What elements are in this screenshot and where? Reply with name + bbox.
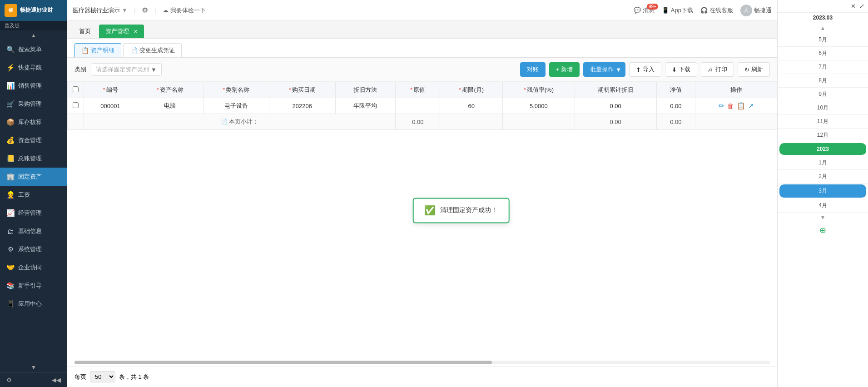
tab-close-icon[interactable]: ✕ bbox=[134, 29, 138, 34]
close-panel-icon[interactable]: ✕ bbox=[851, 3, 856, 10]
month-item-12[interactable]: 12月 bbox=[778, 129, 868, 142]
sidebar-item-salary[interactable]: 👷 工资 bbox=[0, 186, 67, 204]
sidebar-header: 畅 畅捷通好业财 bbox=[0, 0, 67, 21]
month-item-5[interactable]: 5月 bbox=[778, 33, 868, 47]
app-download-label: App下载 bbox=[671, 6, 693, 15]
row-residual-rate: 5.0000 bbox=[503, 98, 575, 114]
subtotal-label: 📄 本页小计： bbox=[84, 114, 396, 130]
total-label: 条，共 1 条 bbox=[119, 373, 149, 381]
sidebar-item-label: 搜索菜单 bbox=[18, 45, 42, 54]
per-page-select[interactable]: 50 100 bbox=[90, 371, 115, 382]
topbar-divider2: | bbox=[154, 7, 156, 14]
row-category: 电子设备 bbox=[203, 98, 269, 114]
sidebar-item-purchase[interactable]: 🛒 采购管理 bbox=[0, 95, 67, 113]
sidebar-item-label: 库存核算 bbox=[18, 118, 42, 126]
batch-ops-arrow-icon: ▼ bbox=[615, 66, 621, 73]
year-label: 2023.03 bbox=[778, 13, 868, 23]
download-label: 下载 bbox=[679, 65, 690, 74]
month-item-1[interactable]: 1月 bbox=[778, 156, 868, 170]
sidebar-item-app-center[interactable]: 📱 应用中心 bbox=[0, 295, 67, 313]
tab-asset-management[interactable]: 资产管理 ✕ bbox=[99, 25, 144, 38]
batch-ops-btn[interactable]: 批量操作 ▼ bbox=[583, 62, 625, 77]
reconcile-btn[interactable]: 对账 bbox=[520, 62, 546, 77]
select-all-header[interactable] bbox=[68, 82, 84, 98]
panel-expand-icon[interactable]: ⊕ bbox=[819, 225, 826, 235]
row-checkbox[interactable] bbox=[73, 102, 79, 108]
settings-gear-icon[interactable]: ⚙ bbox=[6, 377, 12, 383]
sidebar-item-operations[interactable]: 📈 经营管理 bbox=[0, 204, 67, 222]
month-item-11[interactable]: 11月 bbox=[778, 115, 868, 129]
month-item-3-active[interactable]: 3月 bbox=[779, 184, 866, 198]
delete-btn[interactable]: 🗑 bbox=[727, 102, 734, 110]
subtotal-empty1 bbox=[68, 114, 84, 130]
app-logo: 畅 bbox=[5, 4, 17, 17]
refresh-btn[interactable]: ↻ 刷新 bbox=[738, 62, 770, 77]
sidebar-item-guide[interactable]: 📚 新手引导 bbox=[0, 277, 67, 295]
download-btn[interactable]: ⬇ 下载 bbox=[665, 62, 697, 77]
sidebar-item-search[interactable]: 🔍 搜索菜单 bbox=[0, 40, 67, 59]
print-btn[interactable]: 🖨 打印 bbox=[701, 62, 734, 77]
sidebar-item-enterprise[interactable]: 🤝 企业协同 bbox=[0, 258, 67, 277]
year-marker-2023[interactable]: 2023 bbox=[779, 143, 866, 155]
sidebar-item-label: 应用中心 bbox=[18, 300, 42, 308]
sidebar-item-label: 快捷导航 bbox=[18, 64, 42, 72]
row-checkbox-cell[interactable] bbox=[68, 98, 84, 114]
col-operations: 操作 bbox=[695, 82, 777, 98]
expand-panel-icon[interactable]: ⤢ bbox=[859, 3, 864, 10]
experience-label: 我要体验一下 bbox=[170, 6, 206, 15]
scroll-up-btn[interactable]: ▲ bbox=[0, 30, 67, 40]
company-selector[interactable]: 医疗器械行业演示 ▼ bbox=[73, 6, 128, 15]
app-center-icon: 📱 bbox=[6, 300, 15, 308]
edit-btn[interactable]: ✏ bbox=[719, 102, 724, 110]
month-item-10[interactable]: 10月 bbox=[778, 101, 868, 115]
month-item-7[interactable]: 7月 bbox=[778, 60, 868, 74]
subtotal-net: 0.00 bbox=[656, 114, 695, 130]
app-title: 畅捷通好业财 bbox=[20, 7, 53, 14]
col-category: *类别名称 bbox=[203, 82, 269, 98]
panel-down-arrow[interactable]: ▼ bbox=[778, 213, 868, 223]
row-ops-cell: ✏ 🗑 📋 ↗ bbox=[695, 98, 777, 114]
sidebar-item-sales[interactable]: 📊 销售管理 bbox=[0, 77, 67, 95]
sub-tab-asset-detail[interactable]: 📋 资产明细 bbox=[74, 43, 121, 57]
col-period: *期限(月) bbox=[440, 82, 503, 98]
sidebar-item-basic-info[interactable]: 🗂 基础信息 bbox=[0, 222, 67, 240]
tab-home[interactable]: 首页 bbox=[73, 25, 97, 38]
sidebar-item-label: 经营管理 bbox=[18, 209, 42, 217]
sidebar-item-system[interactable]: ⚙ 系统管理 bbox=[0, 240, 67, 258]
horizontal-scrollbar[interactable] bbox=[74, 361, 770, 364]
user-area[interactable]: 人 畅捷通 bbox=[740, 5, 772, 16]
sidebar-item-quicknav[interactable]: ⚡ 快捷导航 bbox=[0, 59, 67, 77]
message-btn[interactable]: 💬 消息 99+ bbox=[634, 6, 655, 15]
import-btn[interactable]: ⬆ 导入 bbox=[629, 62, 661, 77]
sidebar-item-inventory[interactable]: 📦 库存核算 bbox=[0, 113, 67, 131]
subtotal-empty2 bbox=[440, 114, 503, 130]
import-icon: ⬆ bbox=[636, 66, 641, 73]
row-depreciation: 年限平均 bbox=[335, 98, 396, 114]
toolbar-right: 对账 + 新增 批量操作 ▼ ⬆ 导入 ⬇ 下载 🖨 bbox=[520, 62, 770, 77]
sidebar-item-funds[interactable]: 💰 资金管理 bbox=[0, 131, 67, 149]
new-btn[interactable]: + 新增 bbox=[549, 62, 580, 77]
select-all-checkbox[interactable] bbox=[73, 86, 79, 92]
app-download-btn[interactable]: 📱 App下载 bbox=[662, 6, 693, 15]
online-service-btn[interactable]: 🎧 在线客服 bbox=[700, 6, 733, 15]
topbar-settings-icon[interactable]: ⚙ bbox=[142, 6, 148, 15]
month-item-4[interactable]: 4月 bbox=[778, 199, 868, 213]
month-item-2[interactable]: 2月 bbox=[778, 170, 868, 184]
category-dropdown[interactable]: 请选择固定资产类别 ▼ bbox=[91, 63, 162, 76]
sub-tab-voucher-change[interactable]: 📄 变更生成凭证 bbox=[123, 43, 182, 57]
experience-btn[interactable]: ☁ 我要体验一下 bbox=[163, 6, 206, 15]
panel-up-arrow[interactable]: ▲ bbox=[778, 23, 868, 33]
more-btn[interactable]: ↗ bbox=[748, 102, 754, 110]
month-item-8[interactable]: 8月 bbox=[778, 74, 868, 88]
success-message: 清理固定资产成功！ bbox=[440, 206, 497, 214]
funds-icon: 💰 bbox=[6, 136, 15, 144]
scroll-down-btn[interactable]: ▼ bbox=[0, 362, 67, 372]
collapse-sidebar-icon[interactable]: ◀◀ bbox=[52, 377, 61, 383]
sidebar-item-ledger[interactable]: 📒 总账管理 bbox=[0, 149, 67, 168]
fixed-assets-icon: 🏢 bbox=[6, 173, 15, 181]
scrollbar-thumb[interactable] bbox=[74, 361, 492, 364]
sidebar-item-fixed-assets[interactable]: 🏢 固定资产 bbox=[0, 168, 67, 186]
copy-btn[interactable]: 📋 bbox=[737, 102, 745, 110]
month-item-6[interactable]: 6月 bbox=[778, 47, 868, 60]
month-item-9[interactable]: 9月 bbox=[778, 88, 868, 101]
